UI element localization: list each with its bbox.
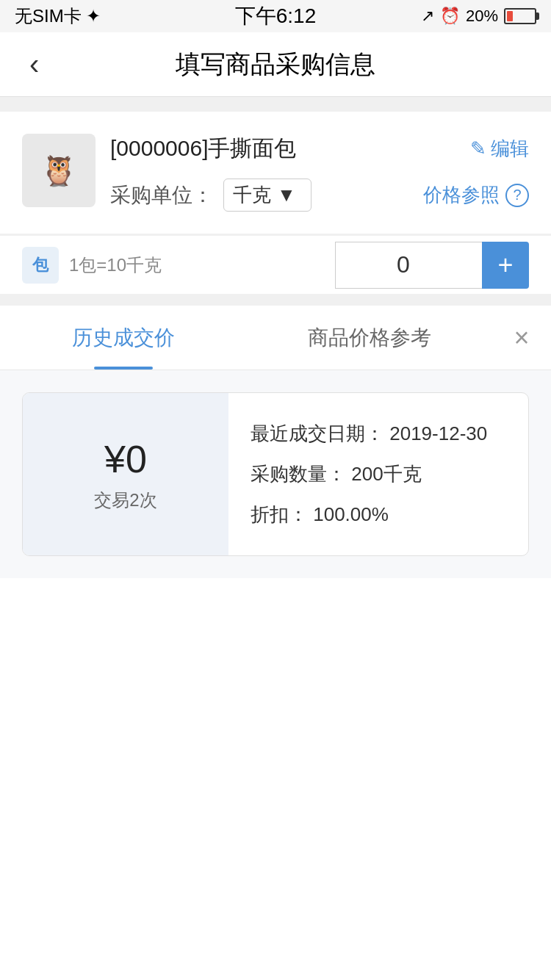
edit-label: 编辑	[491, 136, 529, 162]
edit-link[interactable]: ✎ 编辑	[470, 136, 529, 162]
quantity-value: 200千克	[351, 463, 421, 485]
battery-percent: 20%	[466, 7, 498, 26]
product-image: 🦉	[22, 134, 96, 207]
recent-date-label: 最近成交日期：	[251, 422, 384, 444]
page-title: 填写商品采购信息	[176, 48, 375, 82]
unit-label: 包 1包=10千克	[22, 247, 162, 284]
card-left: ¥0 交易2次	[23, 393, 228, 555]
status-bar: 无SIM卡 ✦ 下午6:12 ↗ ⏰ 20%	[0, 0, 551, 32]
quantity-label: 采购数量：	[251, 463, 346, 485]
discount-value: 100.00%	[313, 503, 389, 525]
nav-bar: ‹ 填写商品采购信息	[0, 32, 551, 97]
panel-content: ¥0 交易2次 最近成交日期： 2019-12-30 采购数量： 200千克 折…	[0, 370, 551, 578]
card-price: ¥0	[104, 437, 147, 481]
purchase-quantity-row: 采购数量： 200千克	[251, 460, 506, 489]
alarm-icon: ⏰	[440, 7, 460, 26]
card-right: 最近成交日期： 2019-12-30 采购数量： 200千克 折扣： 100.0…	[228, 393, 528, 555]
unit-badge: 包	[22, 247, 59, 284]
tab-history-price[interactable]: 历史成交价	[0, 306, 246, 370]
price-value: 0	[126, 438, 147, 480]
tab-price-ref[interactable]: 商品价格参考	[246, 306, 492, 370]
product-name: [0000006]手撕面包	[110, 134, 296, 164]
unit-select-dropdown[interactable]: 千克 ▼	[223, 179, 311, 212]
quantity-input-row: +	[335, 242, 529, 289]
unit-value: 千克	[233, 182, 271, 208]
carrier-text: 无SIM卡 ✦	[15, 4, 101, 28]
status-right: ↗ ⏰ 20%	[421, 7, 536, 26]
price-ref-link[interactable]: 价格参照 ?	[423, 182, 529, 208]
recent-date-row: 最近成交日期： 2019-12-30	[251, 419, 506, 448]
purchase-unit-left: 采购单位： 千克 ▼	[110, 179, 311, 212]
purchase-unit-label: 采购单位：	[110, 181, 213, 209]
product-section: 🦉 [0000006]手撕面包 ✎ 编辑 采购单位： 千克 ▼	[0, 112, 551, 234]
currency-symbol: ¥	[104, 438, 126, 480]
panel-section: 历史成交价 商品价格参考 × ¥0 交易2次 最近成交日期： 2019-12-3…	[0, 306, 551, 578]
location-icon: ↗	[421, 7, 434, 26]
panel-close-button[interactable]: ×	[492, 323, 551, 353]
product-name-row: [0000006]手撕面包 ✎ 编辑	[110, 134, 529, 164]
info-icon: ?	[505, 184, 529, 207]
history-card: ¥0 交易2次 最近成交日期： 2019-12-30 采购数量： 200千克 折…	[22, 392, 529, 556]
discount-row: 折扣： 100.00%	[251, 500, 506, 529]
unit-conversion: 1包=10千克	[69, 253, 162, 277]
card-transactions: 交易2次	[94, 489, 156, 512]
status-left: 无SIM卡 ✦	[15, 4, 101, 28]
recent-date-value: 2019-12-30	[389, 422, 487, 444]
status-time: 下午6:12	[235, 2, 317, 30]
price-ref-label: 价格参照	[423, 182, 500, 208]
tab-bar: 历史成交价 商品价格参考 ×	[0, 306, 551, 370]
back-button[interactable]: ‹	[22, 40, 46, 88]
product-thumbnail-icon: 🦉	[40, 154, 77, 188]
battery-fill	[507, 11, 513, 21]
purchase-unit-row: 采购单位： 千克 ▼ 价格参照 ?	[110, 179, 529, 212]
product-info: [0000006]手撕面包 ✎ 编辑 采购单位： 千克 ▼ 价格参照	[110, 134, 529, 212]
quantity-input[interactable]	[335, 242, 482, 289]
edit-icon: ✎	[470, 137, 486, 160]
quantity-plus-button[interactable]: +	[482, 242, 529, 289]
dropdown-icon: ▼	[277, 184, 296, 206]
product-header: 🦉 [0000006]手撕面包 ✎ 编辑 采购单位： 千克 ▼	[22, 134, 529, 212]
discount-label: 折扣：	[251, 503, 308, 525]
quantity-section: 包 1包=10千克 +	[0, 235, 551, 294]
bottom-space	[0, 578, 551, 980]
battery-icon	[504, 8, 536, 24]
